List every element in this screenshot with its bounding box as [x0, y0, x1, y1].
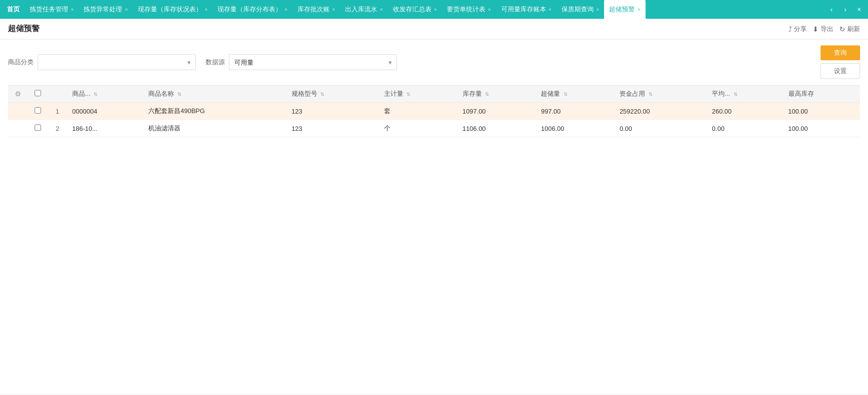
export-icon: ⬇ [813, 25, 819, 33]
nav-item-batch[interactable]: 库存批次账 × [293, 0, 340, 19]
nav-item-task-mgmt[interactable]: 拣货任务管理 × [25, 0, 79, 19]
data-table: ⚙ 商品... ⇅ 商品名称 ⇅ 规格型号 [8, 85, 860, 137]
row-unit: 套 [379, 103, 458, 120]
sort-icon: ⇅ [564, 91, 567, 97]
row-capital: 0.00 [614, 120, 707, 137]
row-unit: 个 [379, 120, 458, 137]
select-all-checkbox[interactable] [35, 90, 41, 96]
gear-header: ⚙ [8, 85, 28, 103]
export-button[interactable]: ⬇ 导出 [813, 25, 833, 34]
table-row: 1 0000004 六配套新昌490BPG 123 套 1097.00 997.… [8, 103, 860, 120]
share-icon: ⤴ [788, 25, 792, 33]
row-checkbox[interactable] [35, 124, 41, 131]
query-button[interactable]: 查询 [821, 45, 860, 60]
nav-item-collect[interactable]: 收发存汇总表 × [388, 0, 442, 19]
close-icon[interactable]: × [596, 6, 599, 12]
close-icon[interactable]: × [434, 6, 437, 12]
nav-item-order-stat[interactable]: 要货单统计表 × [442, 0, 496, 19]
row-product-name: 六配套新昌490BPG [143, 103, 287, 120]
row-stock: 1097.00 [458, 103, 536, 120]
datasource-select-wrapper: 可用量 [229, 54, 397, 70]
close-icon[interactable]: × [332, 6, 335, 12]
row-checkbox-cell[interactable] [28, 103, 47, 120]
close-icon[interactable]: × [284, 6, 287, 12]
page-header: 超储预警 ⤴ 分享 ⬇ 导出 ↻ 刷新 [0, 19, 868, 40]
row-spec: 123 [287, 103, 379, 120]
nav-item-abnormal[interactable]: 拣货异常处理 × [79, 0, 132, 19]
unit-header[interactable]: 主计量 ⇅ [379, 85, 458, 103]
header-actions: ⤴ 分享 ⬇ 导出 ↻ 刷新 [788, 25, 860, 34]
row-stock: 1106.00 [458, 120, 536, 137]
close-icon[interactable]: × [205, 6, 208, 12]
close-icon[interactable]: × [125, 6, 128, 12]
sort-icon: ⇅ [485, 91, 489, 97]
sort-icon: ⇅ [406, 91, 410, 97]
row-product-code: 0000004 [67, 103, 143, 120]
checkbox-header [28, 85, 47, 103]
product-code-header[interactable]: 商品... ⇅ [67, 85, 143, 103]
avg-header[interactable]: 平均... ⇅ [707, 85, 783, 103]
category-label: 商品分类 [8, 58, 34, 67]
nav-item-flow[interactable]: 出入库流水 × [340, 0, 388, 19]
row-num: 1 [47, 103, 67, 120]
close-icon[interactable]: × [549, 6, 552, 12]
row-gear-cell [8, 103, 28, 120]
row-max-stock: 100.00 [783, 120, 860, 137]
sort-icon: ⇅ [734, 91, 738, 97]
nav-next-button[interactable]: › [838, 0, 852, 19]
stock-header[interactable]: 库存量 ⇅ [458, 85, 536, 103]
nav-item-inventory-status[interactable]: 现存量（库存状况表） × [133, 0, 213, 19]
row-capital: 259220.00 [614, 103, 707, 120]
nav-arrows: ‹ › × [825, 0, 866, 19]
share-button[interactable]: ⤴ 分享 [788, 25, 807, 34]
nav-item-overstock[interactable]: 超储预警 × [604, 0, 645, 19]
nav-prev-button[interactable]: ‹ [825, 0, 838, 19]
nav-item-inventory-dist[interactable]: 现存量（库存分布表） × [213, 0, 292, 19]
row-num: 2 [47, 120, 67, 137]
settings-button[interactable]: 设置 [821, 63, 860, 79]
page-container: 超储预警 ⤴ 分享 ⬇ 导出 ↻ 刷新 商品分类 [0, 19, 868, 394]
gear-icon[interactable]: ⚙ [15, 90, 21, 98]
row-checkbox[interactable] [35, 107, 41, 114]
spec-header[interactable]: 规格型号 ⇅ [287, 85, 379, 103]
nav-item-available[interactable]: 可用量库存账本 × [496, 0, 557, 19]
close-icon[interactable]: × [637, 6, 640, 12]
nav-bar: 首页 拣货任务管理 × 拣货异常处理 × 现存量（库存状况表） × 现存量（库存… [0, 0, 868, 19]
category-filter-group: 商品分类 [8, 54, 196, 70]
row-avg: 0.00 [707, 120, 783, 137]
table-body: 1 0000004 六配套新昌490BPG 123 套 1097.00 997.… [8, 103, 860, 137]
capital-header[interactable]: 资金占用 ⇅ [614, 85, 707, 103]
row-avg: 260.00 [707, 103, 783, 120]
nav-item-home[interactable]: 首页 [2, 0, 25, 19]
datasource-filter-group: 数据源 可用量 [206, 54, 397, 70]
category-select[interactable] [38, 54, 196, 70]
datasource-select[interactable]: 可用量 [229, 54, 397, 70]
sort-icon: ⇅ [177, 91, 181, 97]
row-product-name: 机油滤清器 [143, 120, 287, 137]
close-icon[interactable]: × [488, 6, 491, 12]
num-header [47, 85, 67, 103]
datasource-label: 数据源 [206, 58, 225, 67]
page-title: 超储预警 [8, 24, 40, 34]
filter-area: 商品分类 数据源 可用量 查询 设置 [0, 40, 868, 85]
refresh-icon: ↻ [839, 25, 845, 33]
row-overstock: 997.00 [536, 103, 614, 120]
close-icon[interactable]: × [380, 6, 383, 12]
row-overstock: 1006.00 [536, 120, 614, 137]
row-gear-cell [8, 120, 28, 137]
nav-close-button[interactable]: × [852, 0, 866, 19]
refresh-button[interactable]: ↻ 刷新 [839, 25, 860, 34]
sort-icon: ⇅ [93, 91, 97, 97]
overstock-header[interactable]: 超储量 ⇅ [536, 85, 614, 103]
sort-icon: ⇅ [649, 91, 652, 97]
row-checkbox-cell[interactable] [28, 120, 47, 137]
max-stock-header[interactable]: 最高库存 [783, 85, 860, 103]
table-header-row: ⚙ 商品... ⇅ 商品名称 ⇅ 规格型号 [8, 85, 860, 103]
filter-actions: 查询 设置 [821, 45, 860, 79]
product-name-header[interactable]: 商品名称 ⇅ [143, 85, 287, 103]
close-icon[interactable]: × [71, 6, 74, 12]
table-row: 2 186-10... 机油滤清器 123 个 1106.00 1006.00 … [8, 120, 860, 137]
category-select-wrapper [38, 54, 196, 70]
sort-icon: ⇅ [320, 91, 324, 97]
nav-item-quality[interactable]: 保质期查询 × [557, 0, 604, 19]
